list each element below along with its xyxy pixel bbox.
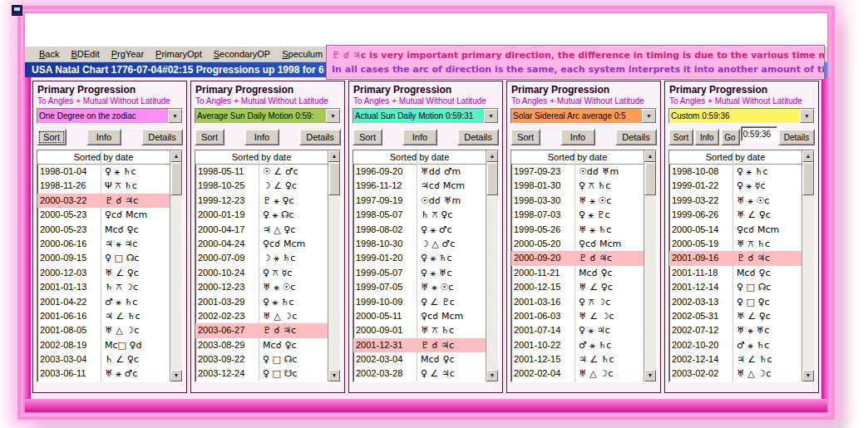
- list-item[interactable]: 2001-09-16♇ ☌ ♃c: [669, 251, 801, 265]
- list-header[interactable]: Sorted by date: [353, 150, 486, 165]
- list-item[interactable]: 2001-03-29♀ ⚹ ♄c: [195, 295, 328, 309]
- list-item[interactable]: 2000-09-15♀ □ ☊c: [37, 251, 170, 265]
- menu-item-secondaryop[interactable]: SecondaryOP: [208, 47, 277, 61]
- list-item[interactable]: 2002-03-13♀ □ ♀c: [669, 295, 801, 309]
- scrollbar[interactable]: ▲ ▼: [170, 150, 182, 381]
- list-item[interactable]: 2000-05-14♀c☌ Mcm: [669, 223, 801, 237]
- list-item[interactable]: 2003-08-29Mc☌ ♀c: [195, 338, 328, 352]
- list-item[interactable]: 2001-11-18Mc☌ ♀c: [669, 266, 801, 280]
- list-item[interactable]: 1998-01-30♀ ⚻ ♄c: [511, 179, 644, 193]
- scrollbar-thumb[interactable]: [802, 162, 814, 195]
- list-item[interactable]: 2002-12-14♃ ∠ ♄c: [669, 352, 801, 367]
- list-item[interactable]: 2000-05-23♀c☌ Mcm: [37, 208, 170, 222]
- list-item[interactable]: 1996-09-20♅d☌ ♂m: [353, 165, 486, 179]
- list-item[interactable]: 1997-09-19☉d☌ ♅m: [353, 194, 486, 208]
- sort-button[interactable]: Sort: [353, 129, 382, 145]
- scrollbar[interactable]: ▲ ▼: [486, 150, 498, 381]
- list-item[interactable]: 2001-03-16♀ ⚻ ☽c: [511, 295, 644, 309]
- rate-combobox[interactable]: One Degree on the zodiac ▼: [37, 108, 183, 124]
- list-item[interactable]: 2001-01-13♄ ⚻ ☽c: [37, 280, 170, 294]
- scroll-down-icon[interactable]: ▼: [486, 370, 498, 381]
- list-item[interactable]: 2003-02-02♅ △ ☽c: [669, 367, 801, 381]
- scrollbar[interactable]: ▲ ▼: [328, 150, 340, 381]
- list-item[interactable]: 1999-10-09♀ ∠ ♇c: [353, 295, 486, 309]
- list-item[interactable]: 1998-01-04♀ ⚹ ♄c: [37, 165, 170, 179]
- list-item[interactable]: 2000-10-24♀ ⚻ ☿c: [195, 266, 328, 280]
- info-button[interactable]: Info: [402, 129, 437, 145]
- list-item[interactable]: 1999-05-07♀ ⚹ ♅c: [353, 266, 486, 280]
- list-item[interactable]: 1998-05-07♄ ⚻ ♀c: [353, 208, 486, 222]
- scroll-down-icon[interactable]: ▼: [170, 370, 182, 381]
- list-item[interactable]: 1998-03-30♅ ⚹ ☉c: [511, 194, 644, 208]
- info-button[interactable]: Info: [694, 129, 719, 145]
- list-item[interactable]: 1999-01-22♀ ⚹ ☿c: [669, 179, 801, 193]
- app-icon[interactable]: [12, 5, 22, 16]
- list-item[interactable]: 1998-11-26Ψ ⚻ ♄c: [37, 179, 170, 193]
- list-header[interactable]: Sorted by date: [511, 150, 644, 165]
- list-item[interactable]: 1999-05-26♅ ⚹ ♄c: [511, 223, 644, 237]
- list-item[interactable]: 1998-10-08♀ ⚹ ♄c: [669, 165, 801, 179]
- list-item[interactable]: 2002-07-12♅ ⚹ ♅c: [669, 323, 801, 337]
- list-item[interactable]: 2000-11-21Mc☌ ♀c: [511, 266, 644, 280]
- details-button[interactable]: Details: [141, 129, 183, 145]
- rate-combobox[interactable]: Custom 0:59:36 ▼: [668, 108, 815, 124]
- list-item[interactable]: 2002-03-28♀ ∠ ♃c: [353, 367, 486, 381]
- scroll-up-icon[interactable]: ▲: [328, 150, 340, 162]
- list-item[interactable]: 2000-05-11♀c☌ Mcm: [353, 309, 486, 323]
- list-item[interactable]: 1997-09-23☉d☌ ♅m: [511, 165, 644, 179]
- scroll-up-icon[interactable]: ▲: [802, 150, 814, 162]
- chevron-down-icon[interactable]: ▼: [484, 109, 498, 123]
- list-header[interactable]: Sorted by date: [37, 150, 170, 165]
- list-item[interactable]: 1998-07-03♀ ⚹ ♇c: [511, 208, 644, 222]
- go-button[interactable]: Go: [721, 129, 740, 145]
- list-item[interactable]: 2003-06-27♇ ☌ ♃c: [195, 323, 328, 337]
- menu-item-primaryopt[interactable]: PrimaryOpt: [150, 47, 208, 61]
- list-item[interactable]: 2000-12-23♅ ⚹ ☉c: [195, 280, 328, 294]
- list-item[interactable]: 2002-05-31♅ ∠ ♀c: [669, 309, 801, 323]
- scroll-down-icon[interactable]: ▼: [644, 370, 656, 381]
- list-item[interactable]: 2000-12-03♅ ∠ ♀c: [37, 266, 170, 280]
- list-item[interactable]: 1999-06-26♅ ∠ ♀c: [669, 208, 801, 222]
- chevron-down-icon[interactable]: ▼: [326, 109, 340, 123]
- menu-item-prgyear[interactable]: PrgYear: [106, 47, 150, 61]
- list-item[interactable]: 1999-01-20♀ ⚹ ♄c: [353, 251, 486, 265]
- list-item[interactable]: 1999-07-05♅ ⚹ ☉c: [353, 280, 486, 294]
- menu-item-speculum[interactable]: Speculum: [276, 47, 328, 61]
- list-header[interactable]: Sorted by date: [669, 150, 801, 165]
- list-item[interactable]: 1998-10-25☽ ∠ ♀c: [195, 179, 328, 193]
- list-item[interactable]: 2000-06-16♃ ⚹ ♃c: [37, 237, 170, 251]
- scroll-up-icon[interactable]: ▲: [170, 150, 182, 162]
- list-item[interactable]: 2002-03-04Mc☌ ♀c: [353, 352, 486, 367]
- chevron-down-icon[interactable]: ▼: [800, 109, 814, 123]
- list-item[interactable]: 2000-07-09☽ ⚹ ♄c: [195, 251, 328, 265]
- list-item[interactable]: 2000-04-24♀c☌ Mcm: [195, 237, 328, 251]
- menu-item-back[interactable]: Back: [33, 47, 65, 61]
- list-item[interactable]: 2001-12-31♇ ☌ ♃c: [353, 338, 486, 352]
- info-button[interactable]: Info: [244, 129, 279, 145]
- list-item[interactable]: 1998-08-02♀ ⚹ ♂c: [353, 223, 486, 237]
- list-item[interactable]: 2000-01-19♀ ⚹ ☊c: [195, 208, 328, 222]
- details-button[interactable]: Details: [299, 129, 341, 145]
- list-item[interactable]: 2000-05-23Mc☌ ♀c: [37, 223, 170, 237]
- list-item[interactable]: 2002-02-04♅ △ ☽c: [511, 367, 644, 381]
- list-item[interactable]: 2001-12-15♃ ∠ ♄c: [511, 352, 644, 367]
- list-item[interactable]: 2002-08-19Mc□ ♀d: [37, 338, 170, 352]
- list-item[interactable]: 2000-09-20♇ ☌ ♃c: [511, 251, 644, 265]
- list-item[interactable]: 2003-06-11♅ ⚹ ♂c: [37, 367, 170, 381]
- list-item[interactable]: 2001-06-16♃ ∠ ♄c: [37, 309, 170, 323]
- list-item[interactable]: 1999-12-23♇ ⚹ ♀c: [195, 194, 328, 208]
- list-item[interactable]: 2000-05-19♅ ⚻ ♄c: [669, 237, 801, 251]
- scrollbar-thumb[interactable]: [170, 162, 182, 195]
- rate-combobox[interactable]: Average Sun Daily Motion 0:59: ▼: [195, 108, 341, 124]
- scroll-up-icon[interactable]: ▲: [644, 150, 656, 162]
- list-item[interactable]: 2003-12-24♀ □ ☋c: [195, 367, 328, 381]
- sort-button[interactable]: Sort: [668, 129, 693, 145]
- sort-button[interactable]: Sort: [510, 129, 540, 145]
- list-item[interactable]: 2000-04-17♃ △ ♀c: [195, 223, 328, 237]
- chevron-down-icon[interactable]: ▼: [168, 109, 182, 123]
- info-button[interactable]: Info: [560, 129, 595, 145]
- list-item[interactable]: 1999-03-22♅ ⚹ ☉c: [669, 194, 801, 208]
- sort-button[interactable]: Sort: [195, 129, 224, 145]
- rate-combobox[interactable]: Solar Sidereal Arc average 0:5 ▼: [510, 108, 657, 124]
- list-item[interactable]: 2000-12-15♅ ∠ ♀c: [511, 280, 644, 294]
